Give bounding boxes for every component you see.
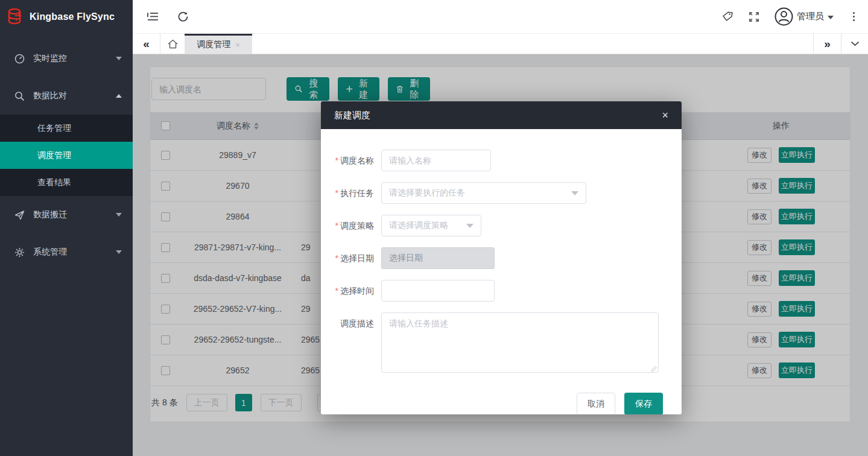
sidebar-item-label: 数据搬迁	[33, 209, 116, 220]
chevron-up-icon	[116, 94, 122, 98]
user-menu[interactable]: 管理员	[775, 7, 834, 26]
brand-name: Kingbase FlySync	[30, 11, 115, 22]
date-picker-disabled: 选择日期	[381, 247, 495, 269]
time-picker-input[interactable]	[381, 280, 495, 302]
modal-title: 新建调度	[334, 110, 370, 121]
field-label-date: *选择日期	[321, 247, 381, 269]
refresh-icon[interactable]	[178, 11, 188, 22]
gear-icon	[14, 247, 25, 258]
more-options-icon[interactable]	[849, 11, 858, 22]
field-label-name: *调度名称	[321, 150, 381, 171]
tabs-scroll-left-icon[interactable]: «	[133, 34, 160, 54]
cancel-button[interactable]: 取消	[577, 393, 615, 414]
search-icon	[14, 91, 25, 101]
schedule-name-input[interactable]	[381, 150, 491, 171]
chevron-down-icon	[828, 16, 834, 19]
sidebar-submenu: 任务管理 调度管理 查看结果	[0, 115, 133, 196]
gauge-icon	[14, 54, 25, 64]
brand-logo-icon	[6, 7, 24, 27]
sidebar-subitem-label: 任务管理	[37, 123, 71, 134]
field-label-task: *执行任务	[321, 182, 381, 204]
sidebar-item-realtime-monitor[interactable]: 实时监控	[0, 40, 133, 77]
sidebar-item-task-management[interactable]: 任务管理	[0, 115, 133, 142]
tabbar: « 调度管理 × »	[133, 34, 868, 54]
sidebar-item-label: 系统管理	[33, 247, 116, 258]
modal-body: *调度名称 *执行任务 请选择要执行的任务 *调度策略 请选择调度策略 *选择日…	[321, 129, 682, 414]
tabs-dropdown-icon[interactable]	[841, 34, 868, 54]
tab-label: 调度管理	[197, 39, 230, 50]
fullscreen-icon[interactable]	[749, 12, 759, 22]
sidebar-item-label: 数据比对	[33, 90, 116, 101]
user-name: 管理员	[797, 11, 824, 22]
brand: Kingbase FlySync	[0, 0, 133, 34]
strategy-select[interactable]: 请选择调度策略	[381, 215, 481, 236]
sidebar-item-schedule-management[interactable]: 调度管理	[0, 142, 133, 169]
sidebar-subitem-label: 查看结果	[37, 177, 71, 188]
chevron-down-icon	[116, 250, 122, 254]
sidebar-nav: 实时监控 数据比对 任务管理 调度管理 查看结果 数据搬迁	[0, 34, 133, 271]
field-label-description: 调度描述	[321, 312, 381, 334]
chevron-down-icon	[116, 57, 122, 60]
sidebar-item-data-migration[interactable]: 数据搬迁	[0, 196, 133, 233]
field-label-time: *选择时间	[321, 280, 381, 302]
modal-header: 新建调度 ×	[321, 101, 682, 129]
paper-plane-icon	[14, 210, 25, 220]
description-textarea[interactable]	[381, 312, 659, 373]
tab-close-icon[interactable]: ×	[235, 40, 240, 49]
sidebar-item-label: 实时监控	[33, 53, 116, 64]
topbar: 管理员	[133, 0, 868, 34]
modal-footer: 取消 保存	[321, 393, 682, 414]
chevron-down-icon	[571, 191, 578, 195]
sidebar-item-system-management[interactable]: 系统管理	[0, 233, 133, 271]
home-icon	[167, 39, 179, 49]
collapse-sidebar-icon[interactable]	[147, 12, 159, 21]
avatar	[775, 7, 793, 26]
new-schedule-modal: 新建调度 × *调度名称 *执行任务 请选择要执行的任务 *调度策略 请选择调度…	[321, 101, 682, 414]
home-tab[interactable]	[160, 34, 185, 54]
field-label-strategy: *调度策略	[321, 215, 381, 236]
tab-schedule-management[interactable]: 调度管理 ×	[185, 34, 252, 54]
tabs-scroll-right-icon[interactable]: »	[813, 34, 841, 54]
chevron-down-icon	[466, 224, 474, 228]
tag-icon[interactable]	[722, 11, 733, 22]
sidebar: Kingbase FlySync 实时监控 数据比对 任务管理 调度管理 查	[0, 0, 133, 456]
close-icon[interactable]: ×	[662, 110, 668, 121]
task-select[interactable]: 请选择要执行的任务	[381, 182, 586, 204]
sidebar-subitem-label: 调度管理	[37, 150, 71, 161]
sidebar-item-view-results[interactable]: 查看结果	[0, 169, 133, 196]
sidebar-item-data-compare[interactable]: 数据比对	[0, 77, 133, 115]
save-button[interactable]: 保存	[624, 393, 663, 414]
chevron-down-icon	[116, 213, 122, 217]
